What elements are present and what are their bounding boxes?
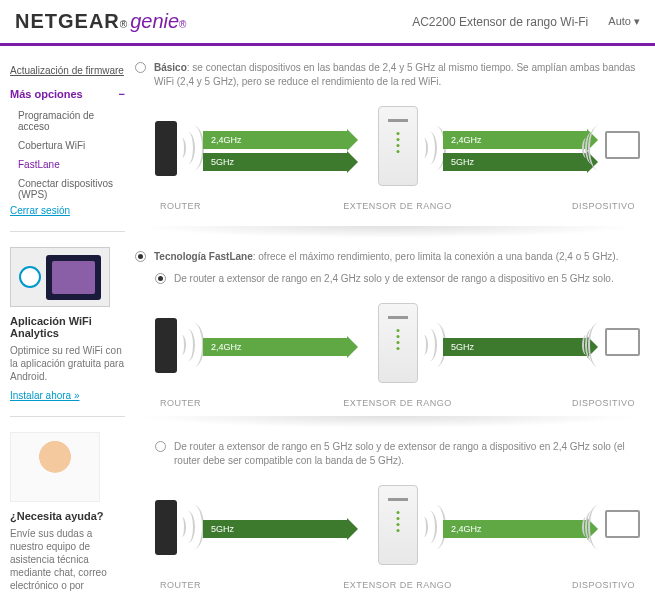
router-label: ROUTER <box>160 201 201 211</box>
device-icon <box>605 131 640 159</box>
band-24-bar: 2,4GHz <box>443 520 588 538</box>
signal-icon <box>178 123 198 173</box>
header: NETGEAR® genie® AC2200 Extensor de rango… <box>0 0 655 46</box>
promo-help-desc: Envíe sus dudas a nuestro equipo de asis… <box>10 527 125 592</box>
sidebar: Actualización de firmware Más opciones− … <box>0 46 135 592</box>
signal-icon <box>420 502 440 552</box>
router-label: ROUTER <box>160 398 201 408</box>
nav-fastlane[interactable]: FastLane <box>10 155 125 174</box>
diagram-basic: 2,4GHz 5GHz 2,4GHz 5GHz ROUTER EXTENSOR … <box>155 101 640 211</box>
diagram-fastlane-2: 5GHz 2,4GHz ROUTER EXTENSOR DE RANGO DIS… <box>155 480 640 590</box>
logo: NETGEAR® genie® <box>15 10 186 33</box>
option-basic-text: Básico: se conectan dispositivos en las … <box>154 61 640 89</box>
product-name: AC2200 Extensor de rango Wi-Fi <box>412 15 588 29</box>
nav-firmware-update[interactable]: Actualización de firmware <box>10 61 125 80</box>
diagram-fastlane-1: 2,4GHz 5GHz ROUTER EXTENSOR DE RANGO DIS… <box>155 298 640 408</box>
auto-dropdown[interactable]: Auto ▾ <box>608 15 640 28</box>
extender-icon <box>378 485 418 565</box>
radio-fastlane[interactable] <box>135 251 146 262</box>
header-right: AC2200 Extensor de rango Wi-Fi Auto ▾ <box>412 15 640 29</box>
phone-icon <box>46 255 101 300</box>
router-icon <box>155 121 177 176</box>
band-5-bar: 5GHz <box>443 153 588 171</box>
radio-basic[interactable] <box>135 62 146 73</box>
extender-label: EXTENSOR DE RANGO <box>343 201 452 211</box>
band-5-bar: 5GHz <box>203 520 348 538</box>
option-basic: Básico: se conectan dispositivos en las … <box>135 61 640 211</box>
promo-analytics: Aplicación WiFi Analytics Optimice su re… <box>10 231 125 401</box>
signal-icon <box>420 123 440 173</box>
extender-icon <box>378 106 418 186</box>
signal-icon <box>582 502 602 552</box>
extender-icon <box>378 303 418 383</box>
promo-install-link[interactable]: Instalar ahora » <box>10 390 80 401</box>
signal-icon <box>582 123 602 173</box>
nav-more-options[interactable]: Más opciones− <box>10 80 125 106</box>
signal-icon <box>582 320 602 370</box>
band-5-bar: 5GHz <box>203 153 348 171</box>
support-person-image <box>10 432 100 502</box>
router-icon <box>155 318 177 373</box>
band-5-bar: 5GHz <box>443 338 588 356</box>
logout-link[interactable]: Cerrar sesión <box>10 195 70 226</box>
radio-fastlane-sub1[interactable] <box>155 273 166 284</box>
option-fastlane-sub1-text: De router a extensor de rango en 2,4 GHz… <box>174 272 614 286</box>
radio-fastlane-sub2[interactable] <box>155 441 166 452</box>
extender-label: EXTENSOR DE RANGO <box>343 580 452 590</box>
main-content: Básico: se conectan dispositivos en las … <box>135 46 655 592</box>
router-label: ROUTER <box>160 580 201 590</box>
signal-icon <box>178 502 198 552</box>
router-icon <box>155 500 177 555</box>
device-label: DISPOSITIVO <box>572 398 635 408</box>
band-24-bar: 2,4GHz <box>443 131 588 149</box>
band-24-bar: 2,4GHz <box>203 338 348 356</box>
promo-help: ¿Necesita ayuda? Envíe sus dudas a nuest… <box>10 416 125 592</box>
promo-analytics-title: Aplicación WiFi Analytics <box>10 315 125 339</box>
app-icon <box>19 266 41 288</box>
device-label: DISPOSITIVO <box>572 201 635 211</box>
extender-label: EXTENSOR DE RANGO <box>343 398 452 408</box>
promo-help-title: ¿Necesita ayuda? <box>10 510 125 522</box>
collapse-icon: − <box>119 88 125 100</box>
signal-icon <box>178 320 198 370</box>
divider <box>135 416 640 428</box>
divider <box>135 226 640 238</box>
device-icon <box>605 510 640 538</box>
device-label: DISPOSITIVO <box>572 580 635 590</box>
promo-analytics-image <box>10 247 110 307</box>
logo-sub: genie <box>130 10 179 33</box>
option-fastlane-text: Tecnología FastLane: ofrece el máximo re… <box>154 250 618 264</box>
band-24-bar: 2,4GHz <box>203 131 348 149</box>
nav-wifi-coverage[interactable]: Cobertura WiFi <box>10 136 125 155</box>
promo-analytics-desc: Optimice su red WiFi con la aplicación g… <box>10 344 125 383</box>
device-icon <box>605 328 640 356</box>
logo-brand: NETGEAR <box>15 10 120 33</box>
option-fastlane-sub2-text: De router a extensor de rango en 5 GHz s… <box>174 440 640 468</box>
nav-access-schedule[interactable]: Programación de acceso <box>10 106 125 136</box>
signal-icon <box>420 320 440 370</box>
option-fastlane: Tecnología FastLane: ofrece el máximo re… <box>135 250 640 590</box>
